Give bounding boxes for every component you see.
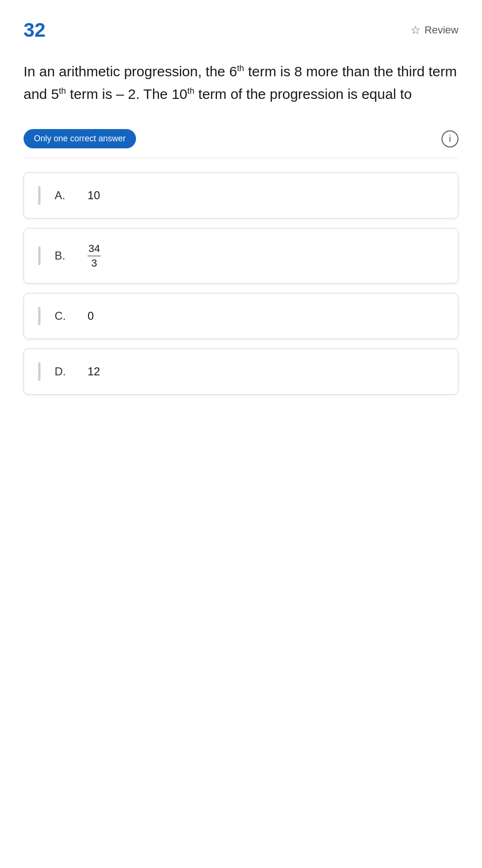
fraction-b: 34 3 xyxy=(88,243,101,270)
option-d[interactable]: D. 12 xyxy=(24,349,458,395)
star-icon: ☆ xyxy=(410,24,421,37)
option-b[interactable]: B. 34 3 xyxy=(24,228,458,284)
option-label-c: C. xyxy=(55,309,73,323)
option-bar-a xyxy=(38,186,40,205)
info-icon[interactable]: i xyxy=(442,130,458,147)
option-bar-d xyxy=(38,362,40,381)
fraction-numerator-b: 34 xyxy=(88,243,101,256)
question-text: In an arithmetic progression, the 6th te… xyxy=(24,60,458,105)
question-number: 32 xyxy=(24,19,46,41)
option-value-a: 10 xyxy=(88,189,100,202)
option-c[interactable]: C. 0 xyxy=(24,293,458,339)
options-list: A. 10 B. 34 3 C. 0 D. 12 xyxy=(24,172,458,395)
option-bar-b xyxy=(38,246,40,265)
review-label: Review xyxy=(425,24,458,36)
review-button[interactable]: ☆ Review xyxy=(410,24,458,37)
fraction-denominator-b: 3 xyxy=(90,256,98,269)
option-bar-c xyxy=(38,307,40,325)
option-a[interactable]: A. 10 xyxy=(24,172,458,219)
option-label-b: B. xyxy=(55,249,73,262)
option-label-d: D. xyxy=(55,365,73,378)
answer-type-badge: Only one correct answer xyxy=(24,129,136,148)
option-value-b: 34 3 xyxy=(88,242,101,270)
option-label-a: A. xyxy=(55,189,73,202)
divider xyxy=(24,158,458,158)
option-value-d: 12 xyxy=(88,365,100,378)
option-value-c: 0 xyxy=(88,309,94,323)
